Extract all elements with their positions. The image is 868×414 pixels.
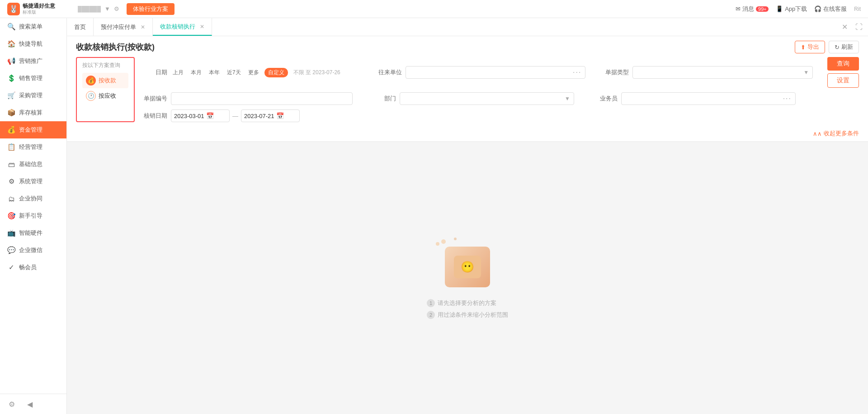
refresh-button[interactable]: ↻ 刷新 (829, 41, 859, 53)
sidebar-item-guide[interactable]: 🎯 新手引导 (0, 207, 66, 224)
hint-line-1: 1 请先选择要分析的方案 (427, 299, 508, 307)
phone-icon: 📱 (776, 5, 783, 12)
collapse-up-icon: ∧∧ (813, 130, 822, 137)
filter-by-receivable-label: 按应收 (99, 92, 116, 100)
hint-text-1: 请先选择要分析的方案 (438, 299, 496, 307)
sidebar-label-enterprise: 企业协同 (19, 195, 42, 203)
tab-prepay[interactable]: 预付冲应付单 ✕ (94, 18, 153, 36)
sidebar-item-search-menu[interactable]: 🔍 搜索菜单 (0, 18, 66, 35)
date-btn-custom[interactable]: 自定义 (264, 68, 288, 77)
empty-state: 😶 1 请先选择要分析的方案 2 用过滤条件来缩小分析范围 (67, 142, 868, 414)
sidebar-item-hardware[interactable]: 📺 智能硬件 (0, 224, 66, 242)
doc-no-input[interactable] (171, 92, 353, 105)
filter-option-by-receivable[interactable]: 🕐 按应收 (82, 88, 128, 104)
verify-date-start-calendar-icon[interactable]: 📅 (206, 112, 214, 119)
page-header: 收款核销执行(按收款) ⬆ 导出 ↻ 刷新 (67, 36, 868, 57)
sidebar-label-finance: 资金管理 (19, 126, 42, 134)
date-btn-this-month[interactable]: 本月 (189, 68, 203, 77)
gear-icon[interactable]: ⚙ (114, 5, 119, 12)
receivable-icon: 🕐 (86, 91, 96, 101)
doc-type-dropdown-icon[interactable]: ▼ (803, 69, 809, 76)
message-icon: ✉ (736, 5, 741, 12)
home-icon: 🏠 (7, 40, 15, 48)
top-title-area: ██████ ▼ ⚙ 体验行业方案 (74, 3, 736, 15)
staff-more-icon[interactable]: ··· (783, 95, 792, 103)
verify-date-start-wrap: 2023-03-01 📅 (171, 109, 230, 122)
tab-home[interactable]: 首页 (67, 18, 94, 36)
setting-button[interactable]: 设置 (827, 73, 859, 88)
sidebar-item-basic-info[interactable]: 🗃 基础信息 (0, 156, 66, 173)
sidebar-item-member[interactable]: ✓ 畅会员 (0, 259, 66, 276)
tab-prepay-close[interactable]: ✕ (141, 24, 145, 30)
filter-by-receipt-label: 按收款 (99, 76, 116, 85)
filter-option-by-receipt[interactable]: 💰 按收款 (82, 73, 128, 88)
search-icon: 🔍 (7, 23, 15, 31)
verify-date-end-calendar-icon[interactable]: 📅 (276, 112, 284, 119)
customer-service-item[interactable]: 🎧 在线客服 (814, 5, 847, 13)
filter-row-3: 核销日期 2023-03-01 📅 — 2023-07-21 📅 (142, 109, 859, 122)
dept-dropdown-icon[interactable]: ▼ (565, 95, 570, 102)
app-version: 标准版 (23, 10, 55, 15)
tab-expand-icon[interactable]: ⛶ (854, 22, 864, 33)
filter-group-staff: 业务员 ··· (585, 92, 796, 105)
sidebar-item-purchase[interactable]: 🛒 采购管理 (0, 87, 66, 104)
export-icon: ⬆ (801, 44, 806, 51)
dropdown-icon[interactable]: ▼ (104, 5, 110, 12)
purchase-icon: 🛒 (7, 91, 15, 100)
doc-type-label: 单据类型 (596, 68, 629, 76)
logo-icon: 🐰 (7, 3, 20, 15)
logo: 🐰 畅捷通好生意 标准版 (7, 3, 74, 15)
sidebar-item-inventory[interactable]: 📦 库存核算 (0, 104, 66, 121)
tab-receivable[interactable]: 收款核销执行 ✕ (153, 18, 212, 36)
settings-bottom-icon[interactable]: ⚙ (5, 398, 18, 410)
hardware-icon: 📺 (7, 229, 15, 237)
sidebar-label-basic-info: 基础信息 (19, 160, 42, 168)
empty-hints: 1 请先选择要分析的方案 2 用过滤条件来缩小分析范围 (427, 299, 508, 319)
collapse-sidebar-icon[interactable]: ◀ (24, 398, 36, 410)
message-item[interactable]: ✉ 消息 99+ (736, 5, 769, 13)
operation-icon: 📋 (7, 143, 15, 151)
sidebar-item-system[interactable]: ⚙ 系统管理 (0, 173, 66, 190)
sidebar-item-marketing[interactable]: 📢 营销推广 (0, 52, 66, 70)
sidebar-item-wechat[interactable]: 💬 企业微信 (0, 242, 66, 259)
app-name: 畅捷通好生意 (23, 3, 55, 9)
sidebar-item-finance[interactable]: 💰 资金管理 (0, 121, 66, 138)
query-btn-group: 查询 设置 (827, 57, 859, 88)
empty-deco-2 (454, 238, 457, 240)
app-download-item[interactable]: 📱 App下载 (776, 5, 807, 13)
service-icon: 🎧 (814, 5, 821, 12)
date-label: 日期 (142, 68, 167, 76)
filter-collapse-row: ∧∧ 收起更多条件 (67, 128, 868, 142)
export-button[interactable]: ⬆ 导出 (795, 41, 825, 53)
filter-group-verify-date: 核销日期 2023-03-01 📅 — 2023-07-21 📅 (142, 109, 359, 122)
wechat-icon: 💬 (7, 246, 15, 254)
content-area: 首页 预付冲应付单 ✕ 收款核销执行 ✕ ✕ ⛶ 收款核销执行(按收款) (67, 18, 868, 414)
query-button[interactable]: 查询 (827, 57, 859, 71)
user-item[interactable]: Rit (854, 6, 861, 12)
marketing-icon: 📢 (7, 57, 15, 65)
empty-deco-3 (436, 242, 439, 246)
filter-group-doc-no: 单据编号 (142, 92, 353, 105)
finance-icon: 💰 (7, 126, 15, 134)
tab-bar-actions: ✕ ⛶ (835, 18, 868, 36)
filter-panel: 按以下方案查询 💰 按收款 🕐 按应收 (76, 57, 135, 122)
date-btn-7days[interactable]: 近7天 (225, 68, 243, 77)
collapse-label: 收起更多条件 (824, 129, 859, 138)
sidebar-label-search-menu: 搜索菜单 (19, 23, 42, 31)
tab-close-all-icon[interactable]: ✕ (839, 22, 850, 33)
date-btn-last-month[interactable]: 上月 (171, 68, 185, 77)
content-scroll: 收款核销执行(按收款) ⬆ 导出 ↻ 刷新 按以下方案查询 (67, 36, 868, 414)
collapse-more-button[interactable]: ∧∧ 收起更多条件 (813, 129, 859, 138)
sidebar-item-operation[interactable]: 📋 经营管理 (0, 138, 66, 156)
tab-receivable-close[interactable]: ✕ (200, 24, 204, 30)
sidebar-item-sales[interactable]: 💲 销售管理 (0, 70, 66, 87)
date-btn-this-year[interactable]: 本年 (207, 68, 222, 77)
filter-fields: 日期 上月 本月 本年 近7天 更多 自定义 不限 至 2023-07-26 (142, 57, 859, 122)
sidebar-item-enterprise[interactable]: 🗂 企业协同 (0, 190, 66, 207)
trial-solution-button[interactable]: 体验行业方案 (127, 3, 175, 15)
filter-group-date: 日期 上月 本月 本年 近7天 更多 自定义 不限 至 2023-07-26 (142, 68, 359, 77)
date-btn-more[interactable]: 更多 (246, 68, 261, 77)
page-actions: ⬆ 导出 ↻ 刷新 (795, 41, 859, 53)
sidebar-item-quick-nav[interactable]: 🏠 快捷导航 (0, 35, 66, 52)
counterpart-more-icon[interactable]: ··· (573, 68, 581, 76)
